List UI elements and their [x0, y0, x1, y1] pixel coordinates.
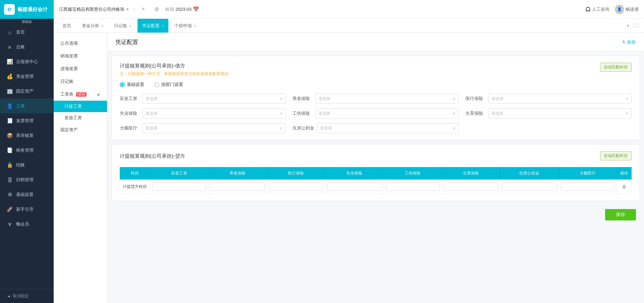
- archive-icon: 🗄: [7, 177, 13, 183]
- tab-funds[interactable]: 资金分析 ×: [77, 19, 108, 33]
- input-yiliao[interactable]: [269, 182, 323, 191]
- tab-journal-close[interactable]: ×: [129, 24, 131, 28]
- sidebar-item-invoice-mgmt[interactable]: 🧾 发票管理: [0, 113, 54, 128]
- input-shiye[interactable]: [327, 182, 381, 191]
- sidebar-item-label: 归档管理: [16, 177, 34, 183]
- unpin-button[interactable]: ◄ 取消固定: [0, 289, 54, 303]
- member-icon: V: [7, 222, 13, 227]
- left-panel-item-public[interactable]: 公共选项: [54, 37, 107, 50]
- sidebar-item-member[interactable]: V 畅会员: [0, 217, 54, 232]
- left-panel-item-calc-salary[interactable]: 计提工资: [54, 101, 107, 112]
- th-shengyu: 生育保险: [442, 167, 500, 180]
- cell-shengyu[interactable]: [442, 180, 500, 194]
- select-arrow-icon: ∨: [280, 126, 283, 131]
- debit-auto-match-button[interactable]: 自动匹配科目: [600, 63, 632, 72]
- cell-action[interactable]: 🗑: [617, 180, 631, 194]
- th-gongjijin: 住房公积金: [500, 167, 558, 180]
- th-daeyiliao: 大额医疗: [558, 167, 617, 180]
- sidebar-item-archive[interactable]: 🗄 归档管理: [0, 172, 54, 187]
- company-selector[interactable]: 江西服宝精品有限责任公司内账张 ▼: [59, 6, 129, 12]
- calendar-icon[interactable]: 📅: [193, 6, 199, 12]
- cell-yanglao[interactable]: [208, 180, 267, 194]
- tab-journal[interactable]: 日记账 ×: [109, 19, 136, 33]
- cell-gongjijin[interactable]: [500, 180, 558, 194]
- cell-gongshang[interactable]: [383, 180, 442, 194]
- sidebar-item-reports[interactable]: 📊 云报表中心: [0, 54, 54, 69]
- radio-by-dept[interactable]: 按部门设置: [154, 82, 183, 88]
- radio-basic[interactable]: 基础设置: [120, 82, 144, 88]
- cell-shiye[interactable]: [325, 180, 383, 194]
- label-gongshang: 工伤保险: [292, 110, 313, 116]
- select-gongjijin[interactable]: 请选择 ∨: [317, 123, 459, 133]
- tab-funds-label: 资金分析: [82, 23, 99, 29]
- tab-home-label: 首页: [62, 23, 71, 29]
- sidebar-item-label: 基础设置: [16, 192, 34, 198]
- select-shiye[interactable]: 请选择 ∨: [143, 108, 286, 118]
- input-gongshang[interactable]: [386, 182, 440, 191]
- tab-tax[interactable]: 个税申报 ×: [170, 19, 201, 33]
- input-shengyu[interactable]: [444, 182, 498, 191]
- input-daeyiliao[interactable]: [561, 182, 615, 191]
- sidebar-item-closing[interactable]: 🔒 结账: [0, 158, 54, 172]
- credit-auto-match-button[interactable]: 自动匹配科目: [600, 151, 632, 160]
- field-shengyu: 生育保险 请选择 ∨: [466, 108, 632, 118]
- label-shiye: 失业保险: [120, 110, 140, 116]
- input-yanglao[interactable]: [211, 182, 265, 191]
- left-panel-item-pay-salary[interactable]: 发放工资: [54, 112, 107, 123]
- field-shiye: 失业保险 请选择 ∨: [120, 108, 286, 118]
- user-menu[interactable]: 👤 畅捷通: [615, 5, 639, 14]
- select-yingfagongzi[interactable]: 请选择 ∨: [143, 94, 286, 104]
- save-button[interactable]: 保存: [605, 209, 636, 220]
- sidebar-item-fixed-assets[interactable]: 🏢 固定资产: [0, 84, 54, 99]
- content-area: 公共选项 销项发票 进项发票 日记账 工资表 NEW ∨ 计提工资 发放工资 固…: [54, 33, 644, 303]
- select-placeholder: 请选择: [320, 125, 332, 131]
- select-arrow-icon: ∨: [280, 96, 283, 101]
- left-panel-group-salary-table[interactable]: 工资表 NEW ∨: [54, 88, 107, 101]
- sidebar-item-label: 新手引导: [16, 206, 34, 212]
- select-yiliao[interactable]: 请选择 ∨: [488, 94, 632, 104]
- tab-voucher-config[interactable]: 凭证配置 ×: [138, 19, 168, 33]
- label-daeyiliao: 大额医疗: [120, 125, 140, 131]
- debit-form-grid: 应发工资 请选择 ∨ 养老保险 请选择 ∨ 医疗: [120, 94, 632, 133]
- sidebar-item-guide[interactable]: 🚀 新手引导: [0, 202, 54, 217]
- left-panel-item-fixed-assets[interactable]: 固定资产: [54, 123, 107, 136]
- sidebar-item-home[interactable]: ⌂ 首页: [0, 25, 54, 40]
- select-arrow-icon: ∨: [280, 111, 283, 116]
- cell-yiliao[interactable]: [267, 180, 325, 194]
- select-gongshang[interactable]: 请选择 ∨: [315, 108, 459, 118]
- tax-mgmt-icon: 📑: [7, 147, 13, 153]
- delete-row-icon[interactable]: 🗑: [622, 184, 627, 189]
- period-selector: 账期 2023-03 📅: [165, 6, 199, 12]
- sidebar-item-tax-mgmt[interactable]: 📑 税务管理: [0, 143, 54, 158]
- service-label: 人工咨询: [592, 6, 609, 12]
- service-button[interactable]: 🎧 人工咨询: [585, 6, 609, 12]
- table-row: 计提贷方科目 🗑: [120, 180, 632, 194]
- tab-journal-label: 日记账: [114, 23, 127, 29]
- left-panel-item-journal[interactable]: 日记账: [54, 75, 107, 88]
- add-company-button[interactable]: +: [139, 5, 148, 14]
- select-yanglao[interactable]: 请选择 ∨: [315, 94, 459, 104]
- sidebar-item-label: 库存核算: [16, 133, 34, 139]
- select-shengyu[interactable]: 请选择 ∨: [488, 108, 632, 118]
- tab-voucher-config-close[interactable]: ×: [162, 24, 164, 28]
- sidebar-item-inventory[interactable]: 📦 库存核算: [0, 128, 54, 143]
- tab-tax-close[interactable]: ×: [194, 24, 196, 28]
- close-tab-button[interactable]: ×: [625, 21, 631, 30]
- tab-funds-close[interactable]: ×: [101, 24, 103, 28]
- left-panel-item-sales-invoice[interactable]: 销项发票: [54, 50, 107, 62]
- tab-home[interactable]: 首页: [58, 19, 76, 33]
- cell-daeyiliao[interactable]: [558, 180, 617, 194]
- settings-button[interactable]: ⚙: [152, 5, 161, 14]
- input-yingfagongzi[interactable]: [152, 182, 206, 191]
- sidebar-item-ledger[interactable]: ≡ 总账: [0, 40, 54, 54]
- expand-tab-button[interactable]: ⛶: [633, 21, 640, 30]
- refresh-button[interactable]: ↻ 刷新: [622, 39, 636, 45]
- sidebar-item-salary[interactable]: 👤 工资: [0, 99, 54, 113]
- sidebar-item-basic-settings[interactable]: ⚙ 基础设置: [0, 187, 54, 202]
- cell-yingfagongzi[interactable]: [150, 180, 208, 194]
- input-gongjijin[interactable]: [502, 182, 556, 191]
- select-daeyiliao[interactable]: 请选择 ∨: [143, 123, 286, 133]
- left-panel-item-purchase-invoice[interactable]: 进项发票: [54, 62, 107, 75]
- inventory-icon: 📦: [7, 133, 13, 139]
- sidebar-item-funds[interactable]: 💰 资金管理: [0, 69, 54, 84]
